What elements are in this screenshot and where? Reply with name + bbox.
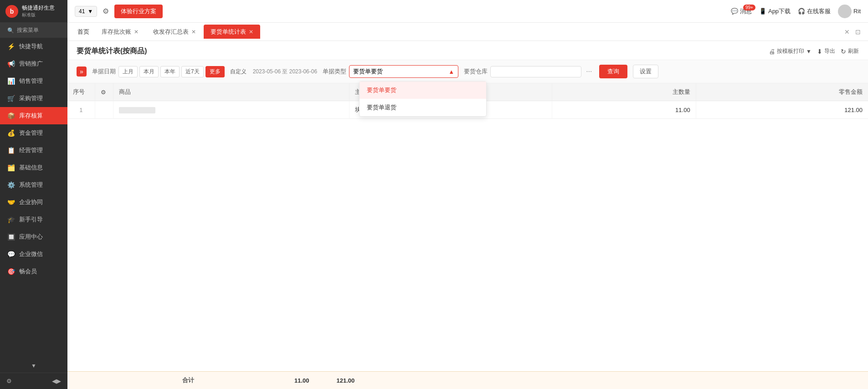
- trial-button[interactable]: 体验行业方案: [114, 5, 163, 18]
- user-profile[interactable]: Rit: [838, 5, 861, 18]
- print-icon: 🖨: [769, 48, 775, 55]
- sidebar-scroll-down[interactable]: ▼: [29, 361, 38, 371]
- date-btn-7days[interactable]: 近7天: [181, 66, 204, 77]
- nav-label-system: 系统管理: [19, 181, 43, 189]
- print-template-btn[interactable]: 🖨 按模板打印 ▼: [769, 47, 812, 55]
- top-header: 41 ▼ ⚙ 体验行业方案 💬 消息 99+ 📱 App下载 🎧 在线客服: [67, 0, 868, 23]
- sidebar-item-basic[interactable]: 🗂️ 基础信息: [0, 159, 67, 176]
- export-btn[interactable]: ⬇ 导出: [817, 47, 835, 55]
- footer-amount-val: 121.00: [337, 377, 355, 384]
- nav-label-guide: 新手引导: [19, 215, 43, 224]
- sidebar-item-wechat[interactable]: 💬 企业微信: [0, 246, 67, 263]
- date-btn-this-month[interactable]: 本月: [139, 66, 159, 77]
- store-selector[interactable]: 41 ▼: [75, 6, 97, 17]
- collapse-sidebar-btn[interactable]: ◀▶: [52, 378, 61, 384]
- sidebar-item-marketing[interactable]: 📢 营销推广: [0, 55, 67, 72]
- type-filter-input[interactable]: 要货单要货 ▲: [349, 65, 458, 78]
- sidebar: b 畅捷通好生意 标准版 🔍 搜索菜单 ⚡ 快捷导航 📢 营销推广 📊 销售管理…: [0, 0, 67, 389]
- search-icon: 🔍: [7, 27, 14, 34]
- sidebar-item-finance[interactable]: 💰 资金管理: [0, 124, 67, 142]
- type-dropdown: 要货单要货 要货单退货: [359, 81, 487, 117]
- tab-expand-btn[interactable]: ⊡: [853, 27, 863, 36]
- col-header-settings[interactable]: ⚙: [95, 83, 113, 101]
- search-menu-label: 搜索菜单: [17, 26, 39, 34]
- nav-label-appstore: 应用中心: [19, 233, 43, 241]
- phone-icon: 📱: [759, 8, 766, 15]
- nav-label-finance: 资金管理: [19, 129, 43, 137]
- tab-order-stats-close[interactable]: ✕: [249, 29, 253, 35]
- dropdown-item-order-return-label: 要货单退货: [367, 104, 396, 111]
- date-quick-btns: 上月 本月 本年 近7天 更多 自定义: [118, 66, 250, 77]
- warehouse-filter-group: 要货仓库 ···: [464, 66, 594, 77]
- nav-icon-quick: ⚡: [6, 43, 15, 50]
- sidebar-item-purchase[interactable]: 🛒 采购管理: [0, 90, 67, 107]
- dropdown-item-order-delivery-label: 要货单要货: [367, 87, 396, 93]
- online-service-btn[interactable]: 🎧 在线客服: [798, 7, 831, 15]
- export-label: 导出: [824, 47, 835, 55]
- app-logo-icon: b: [5, 5, 18, 18]
- page-title: 要货单统计表(按商品): [77, 46, 147, 56]
- col-amount-label: 零售金额: [839, 88, 863, 95]
- search-menu[interactable]: 🔍 搜索菜单: [0, 23, 67, 38]
- store-num-label: 41: [79, 8, 85, 15]
- cell-settings-1: [95, 101, 113, 119]
- nav-icon-marketing: 📢: [6, 60, 15, 67]
- nav-icon-system: ⚙️: [6, 181, 15, 189]
- sidebar-item-operation[interactable]: 📋 经营管理: [0, 142, 67, 159]
- app-sub: 标准版: [22, 12, 55, 18]
- settings-bottom-icon[interactable]: ⚙: [6, 378, 12, 384]
- page-actions: 🖨 按模板打印 ▼ ⬇ 导出 ↻ 刷新: [769, 47, 859, 55]
- print-label: 按模板打印: [777, 47, 804, 55]
- tab-batch-account-close[interactable]: ✕: [134, 29, 139, 35]
- sidebar-item-inventory[interactable]: 📦 库存核算: [0, 107, 67, 124]
- tab-order-stats[interactable]: 要货单统计表 ✕: [204, 25, 260, 39]
- refresh-icon: ↻: [841, 48, 846, 55]
- nav-label-vip: 畅会员: [19, 267, 37, 276]
- sidebar-item-appstore[interactable]: 🔲 应用中心: [0, 228, 67, 246]
- sidebar-item-enterprise[interactable]: 🤝 企业协同: [0, 194, 67, 211]
- tab-receivable[interactable]: 收发存汇总表 ✕: [146, 25, 203, 39]
- col-quantity-label: 主数量: [673, 88, 690, 95]
- date-filter-group: 单据日期 上月 本月 本年 近7天 更多 自定义 2023-05-06 至 20…: [92, 66, 317, 77]
- notifications-btn[interactable]: 💬 消息 99+: [731, 7, 752, 15]
- date-btn-more[interactable]: 更多: [205, 66, 225, 77]
- type-chevron-up-icon: ▲: [448, 68, 454, 75]
- nav-label-basic: 基础信息: [19, 164, 43, 172]
- product-name-placeholder: [119, 107, 155, 113]
- nav-label-sales: 销售管理: [19, 77, 43, 85]
- tab-receivable-close[interactable]: ✕: [191, 29, 196, 35]
- online-service-label: 在线客服: [807, 7, 831, 15]
- nav-icon-sales: 📊: [6, 77, 15, 85]
- more-filter-btn[interactable]: ···: [584, 67, 594, 76]
- refresh-label: 刷新: [848, 47, 859, 55]
- refresh-btn[interactable]: ↻ 刷新: [841, 47, 859, 55]
- app-download-label: App下载: [768, 7, 791, 15]
- sidebar-item-vip[interactable]: 🎯 畅会员: [0, 263, 67, 280]
- nav-label-marketing: 营销推广: [19, 60, 43, 68]
- header-settings-icon[interactable]: ⚙: [103, 7, 109, 15]
- tab-batch-account-label: 库存批次账: [102, 28, 131, 36]
- query-button[interactable]: 查询: [599, 65, 627, 78]
- filter-expand-btn[interactable]: »: [77, 67, 87, 77]
- tab-batch-account[interactable]: 库存批次账 ✕: [95, 25, 145, 39]
- date-btn-this-year[interactable]: 本年: [160, 66, 180, 77]
- dropdown-item-order-delivery[interactable]: 要货单要货: [360, 82, 486, 99]
- dropdown-item-order-return[interactable]: 要货单退货: [360, 99, 486, 116]
- user-name: Rit: [853, 8, 861, 15]
- warehouse-filter-input[interactable]: [490, 66, 581, 77]
- set-button[interactable]: 设置: [633, 65, 658, 78]
- nav-label-quick: 快捷导航: [19, 42, 43, 51]
- sidebar-bottom: ⚙ ◀▶: [0, 373, 67, 389]
- sidebar-item-guide[interactable]: 🎓 新手引导: [0, 211, 67, 228]
- date-btn-last-month[interactable]: 上月: [118, 66, 138, 77]
- sidebar-item-sales[interactable]: 📊 销售管理: [0, 72, 67, 90]
- date-custom-btn[interactable]: 自定义: [226, 67, 250, 77]
- nav-icon-guide: 🎓: [6, 216, 15, 223]
- tab-home[interactable]: 首页: [73, 25, 94, 39]
- header-left: 41 ▼ ⚙ 体验行业方案: [75, 5, 163, 18]
- sidebar-item-quick-nav[interactable]: ⚡ 快捷导航: [0, 38, 67, 55]
- app-download-btn[interactable]: 📱 App下载: [759, 7, 791, 15]
- tab-close-all-btn[interactable]: ✕: [842, 27, 852, 36]
- nav-label-purchase: 采购管理: [19, 94, 43, 102]
- sidebar-item-system[interactable]: ⚙️ 系统管理: [0, 176, 67, 194]
